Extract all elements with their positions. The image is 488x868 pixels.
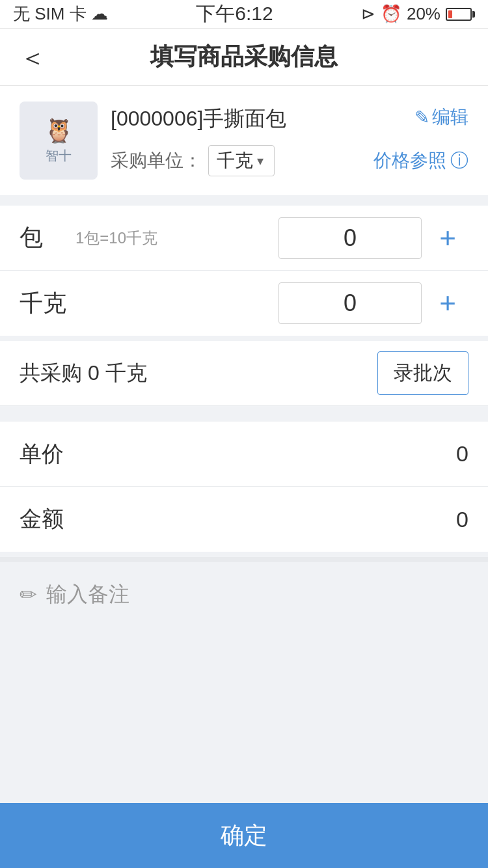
edit-button[interactable]: ✎ 编辑 — [414, 105, 468, 129]
price-section: 单价 0 金额 0 — [0, 416, 488, 552]
battery-fill — [448, 10, 452, 18]
bao-input-row: 包 1包=10千克 0 + — [0, 206, 488, 271]
summary-row: 共采购 0 千克 录批次 — [0, 341, 488, 406]
amount-label: 金额 — [20, 504, 64, 534]
section-divider-1 — [0, 200, 488, 206]
battery-percent: 20% — [407, 4, 441, 24]
unit-selector[interactable]: 千克 ▾ — [208, 145, 275, 176]
info-icon: ⓘ — [450, 148, 468, 173]
kg-quantity-value: 0 — [344, 290, 357, 317]
location-icon: ⊳ — [361, 4, 375, 24]
amount-value: 0 — [456, 507, 468, 532]
edit-label: 编辑 — [432, 105, 468, 129]
product-name: [0000006]手撕面包 — [111, 105, 286, 133]
kg-quantity-input[interactable]: 0 — [278, 282, 422, 324]
battery-tip — [472, 11, 475, 18]
kg-add-button[interactable]: + — [427, 282, 468, 324]
bao-label: 包 — [20, 222, 72, 254]
confirm-bar[interactable]: 确定 — [0, 803, 488, 868]
bao-quantity-value: 0 — [344, 224, 357, 252]
unit-price-row: 单价 0 — [0, 422, 488, 487]
section-divider-2 — [0, 406, 488, 411]
sim-text: 无 SIM 卡 ☁ — [13, 3, 108, 25]
bao-add-button[interactable]: + — [427, 217, 468, 259]
note-input[interactable]: 输入备注 — [46, 580, 129, 609]
unit-value: 千克 — [217, 148, 253, 173]
product-unit-row: 采购单位： 千克 ▾ 价格参照 ⓘ — [111, 145, 468, 176]
unit-price-value: 0 — [456, 441, 468, 467]
product-card: 🦉 智十 [0000006]手撕面包 ✎ 编辑 采购单位： 千克 ▾ — [0, 86, 488, 200]
confirm-button-label: 确定 — [221, 820, 267, 852]
back-button[interactable]: ＜ — [20, 44, 46, 70]
bao-quantity-input[interactable]: 0 — [278, 217, 422, 259]
unit-label-text: 采购单位： — [111, 148, 202, 173]
unit-price-label: 单价 — [20, 439, 64, 469]
nav-bar: ＜ 填写商品采购信息 — [0, 29, 488, 86]
dropdown-arrow-icon: ▾ — [257, 153, 264, 169]
summary-section: 共采购 0 千克 录批次 — [0, 336, 488, 406]
unit-label: 采购单位： 千克 ▾ — [111, 145, 275, 176]
product-top-row: [0000006]手撕面包 ✎ 编辑 — [111, 105, 468, 133]
input-section: 包 1包=10千克 0 + 千克 0 + — [0, 206, 488, 336]
summary-text: 共采购 0 千克 — [20, 359, 147, 388]
batch-button[interactable]: 录批次 — [377, 351, 468, 395]
status-time: 下午6:12 — [196, 1, 273, 27]
note-section[interactable]: ✏ 输入备注 — [0, 557, 488, 627]
battery-icon — [446, 8, 475, 21]
status-right: ⊳ ⏰ 20% — [361, 4, 475, 24]
alarm-icon: ⏰ — [381, 4, 401, 24]
kg-input-row: 千克 0 + — [0, 271, 488, 336]
bao-sublabel: 1包=10千克 — [75, 228, 157, 249]
edit-icon: ✎ — [414, 107, 429, 128]
status-bar: 无 SIM 卡 ☁ 下午6:12 ⊳ ⏰ 20% — [0, 0, 488, 29]
pencil-icon: ✏ — [20, 582, 37, 607]
kg-label: 千克 — [20, 288, 72, 319]
product-image: 🦉 智十 — [20, 102, 98, 180]
status-left: 无 SIM 卡 ☁ — [13, 3, 108, 25]
product-info: [0000006]手撕面包 ✎ 编辑 采购单位： 千克 ▾ 价格参照 ⓘ — [111, 105, 468, 176]
product-logo-icon: 🦉 — [44, 117, 74, 144]
amount-row: 金额 0 — [0, 487, 488, 552]
brand-name: 智十 — [46, 147, 72, 165]
page-title: 填写商品采购信息 — [150, 41, 338, 73]
price-ref-button[interactable]: 价格参照 ⓘ — [373, 148, 468, 173]
price-ref-label: 价格参照 — [373, 148, 446, 173]
